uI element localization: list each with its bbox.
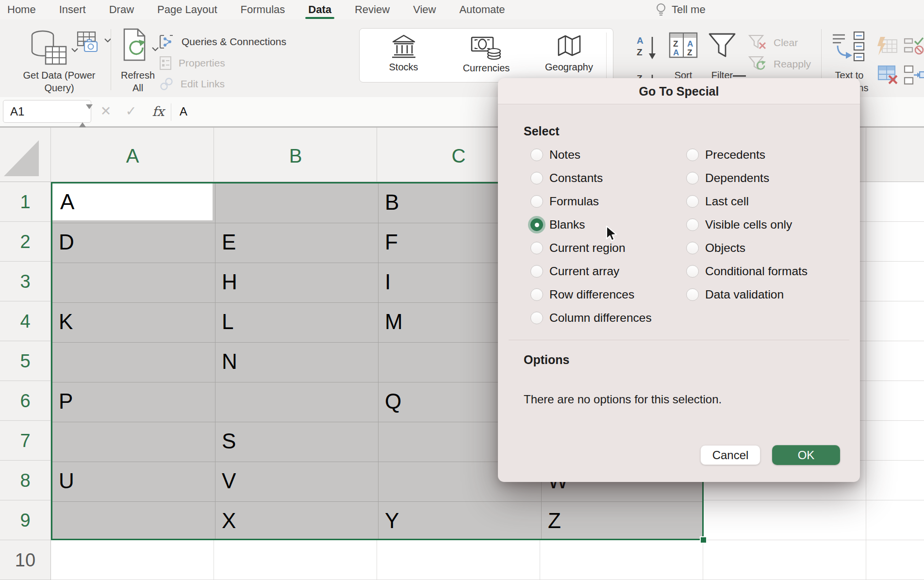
excel-window: HomeInsertDrawPage LayoutFormulasDataRev…	[0, 0, 924, 580]
formula-input[interactable]: A	[180, 100, 187, 123]
grid-cell[interactable]: K	[51, 301, 214, 341]
grid-cell[interactable]: P	[51, 381, 214, 421]
radio-option[interactable]: Row differences	[530, 283, 652, 306]
grid-cell[interactable]: N	[214, 341, 377, 381]
ribbon-tab[interactable]: View	[413, 0, 436, 19]
grid-cell[interactable]: D	[51, 222, 214, 262]
data-validation-button[interactable]	[904, 37, 924, 56]
ribbon-tab[interactable]: Page Layout	[157, 0, 217, 19]
get-data-button[interactable]	[28, 29, 69, 66]
grid-cell[interactable]: S	[214, 421, 377, 461]
grid-cell[interactable]: Y	[377, 500, 540, 540]
reapply-filter-button[interactable]: Reapply	[748, 56, 811, 72]
radio-option[interactable]: Current array	[530, 260, 652, 283]
radio-label: Formulas	[549, 195, 599, 208]
grid-cell[interactable]: E	[214, 222, 377, 262]
svg-text:Z: Z	[637, 47, 643, 57]
cancel-button[interactable]: Cancel	[700, 445, 760, 465]
refresh-icon	[122, 28, 149, 62]
flash-fill-button[interactable]	[876, 37, 898, 56]
grid-cell[interactable]: Z	[540, 500, 703, 540]
radio-icon	[686, 218, 699, 231]
name-box[interactable]: A1	[3, 100, 91, 123]
insert-function-icon[interactable]: fx	[148, 100, 169, 123]
clear-filter-button[interactable]: Clear	[748, 35, 798, 50]
radio-icon	[686, 288, 699, 301]
sort-az-button[interactable]: A Z	[636, 33, 659, 63]
radio-option[interactable]: Precedents	[686, 143, 808, 166]
radio-option[interactable]: Data validation	[686, 283, 808, 306]
queries-connections-label: Queries & Connections	[182, 36, 286, 48]
radio-label: Current region	[549, 241, 626, 255]
radio-option[interactable]: Notes	[530, 143, 652, 166]
radio-icon	[686, 242, 699, 254]
column-header[interactable]: B	[214, 128, 377, 182]
filter-button[interactable]	[707, 32, 738, 60]
radio-label: Visible cells only	[705, 218, 792, 232]
edit-links-button[interactable]: Edit Links	[159, 76, 225, 92]
tell-me-button[interactable]: Tell me	[655, 0, 706, 19]
select-options-left: Notes Constants Formulas Blanks Current …	[530, 143, 652, 330]
queries-connections-icon	[159, 34, 175, 50]
ribbon-tab[interactable]: Home	[7, 0, 36, 19]
edit-links-label: Edit Links	[181, 78, 225, 90]
select-all-corner[interactable]	[0, 128, 51, 182]
grid-cell[interactable]: U	[51, 461, 214, 500]
radio-icon	[530, 218, 543, 231]
column-header[interactable]: A	[51, 128, 214, 182]
data-type-item[interactable]: Geography	[530, 29, 608, 82]
radio-option[interactable]: Objects	[686, 236, 808, 260]
ribbon-tab[interactable]: Insert	[59, 0, 86, 19]
cancel-entry-icon[interactable]: ✕	[95, 100, 116, 123]
grid-cell[interactable]: A	[52, 183, 213, 220]
get-data-label: Get Data (Power Query)	[14, 69, 105, 94]
ribbon-tab[interactable]: Draw	[109, 0, 134, 19]
data-type-icon	[390, 33, 418, 60]
ribbon-tab[interactable]: Automate	[459, 0, 505, 19]
ribbon-tab[interactable]: Data	[308, 0, 331, 19]
radio-option[interactable]: Constants	[530, 166, 652, 190]
sort-az-icon: A Z	[636, 33, 659, 63]
radio-icon	[686, 149, 699, 161]
radio-option[interactable]: Visible cells only	[686, 213, 808, 236]
consolidate-button[interactable]	[904, 65, 924, 85]
confirm-entry-icon[interactable]: ✓	[120, 100, 142, 123]
radio-option[interactable]: Dependents	[686, 166, 808, 190]
svg-text:A: A	[687, 39, 693, 49]
radio-option[interactable]: Column differences	[530, 306, 652, 330]
text-to-columns-button[interactable]	[832, 31, 865, 63]
ribbon-tab[interactable]: Formulas	[241, 0, 285, 19]
from-picture-button[interactable]	[77, 31, 102, 53]
reapply-filter-label: Reapply	[774, 58, 811, 70]
grid-cell[interactable]: V	[214, 461, 377, 500]
filter-icon	[707, 32, 738, 60]
sort-button[interactable]: Z A A Z	[669, 32, 698, 59]
svg-text:A: A	[673, 48, 679, 57]
radio-label: Notes	[549, 148, 580, 162]
grid-cell[interactable]: L	[214, 301, 377, 341]
radio-option[interactable]: Conditional formats	[686, 260, 808, 283]
queries-connections-button[interactable]: Queries & Connections	[159, 34, 286, 50]
remove-duplicates-button[interactable]	[876, 65, 899, 85]
data-type-item[interactable]: Currencies	[447, 29, 525, 82]
data-type-item[interactable]: Stocks	[365, 29, 443, 82]
name-box-stepper[interactable]	[79, 105, 86, 127]
radio-option[interactable]: Last cell	[686, 190, 808, 213]
radio-icon	[530, 149, 543, 161]
select-options-right: Precedents Dependents Last cell Visible …	[686, 143, 808, 306]
text-to-columns-icon	[832, 31, 865, 63]
radio-label: Row differences	[549, 288, 634, 301]
radio-label: Current array	[549, 265, 619, 278]
refresh-all-button[interactable]	[122, 28, 149, 62]
ok-button[interactable]: OK	[772, 445, 840, 465]
fill-handle[interactable]	[700, 536, 707, 544]
grid-cell[interactable]: X	[214, 500, 377, 540]
radio-option[interactable]: Blanks	[530, 213, 652, 236]
properties-button[interactable]: Properties	[159, 55, 225, 71]
ribbon-tab[interactable]: Review	[355, 0, 390, 19]
mouse-cursor	[605, 225, 620, 243]
radio-option[interactable]: Current region	[530, 236, 652, 260]
grid-cell[interactable]: H	[214, 262, 377, 301]
radio-option[interactable]: Formulas	[530, 190, 652, 213]
radio-icon	[686, 265, 699, 278]
